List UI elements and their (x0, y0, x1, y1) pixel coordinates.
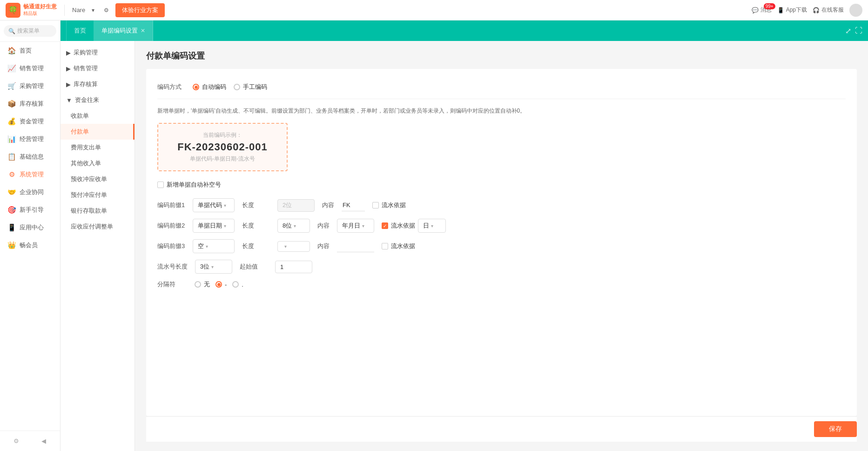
length-3-select[interactable]: ▾ (277, 241, 310, 252)
tab-close-icon[interactable]: ✕ (141, 27, 145, 34)
inner-layout: ▶ 采购管理 ▶ 销售管理 ▶ 库存核算 (61, 41, 868, 451)
separator-dot-label: . (242, 281, 243, 288)
length-2-select[interactable]: 8位 ▾ (277, 219, 310, 233)
top-bar-divider (64, 5, 65, 16)
sub-nav-group-purchase: ▶ 采购管理 (61, 45, 135, 61)
separator-dash-radio[interactable]: - (215, 281, 227, 288)
chevron-down-icon-capital: ▼ (66, 97, 72, 104)
sub-nav-item-prepay-pay[interactable]: 预付冲应付单 (61, 187, 135, 203)
manual-encode-radio[interactable]: 手工编码 (234, 83, 267, 91)
content-3-input[interactable] (337, 240, 374, 252)
prefix-2-arrow: ▾ (224, 223, 226, 229)
system-icon: ⚙ (7, 170, 16, 179)
sidebar-collapse-btn[interactable]: ◀ (31, 435, 57, 447)
sub-nav-item-other-income[interactable]: 其他收入单 (61, 155, 135, 171)
sidebar-nav: 🏠 首页 📈 销售管理 🛒 采购管理 📦 库存核算 💰 资金管理 📊 经 (0, 42, 60, 431)
tab-home[interactable]: 首页 (66, 20, 94, 41)
sub-nav-item-adjustment[interactable]: 应收应付调整单 (61, 219, 135, 235)
enterprise-icon: 🤝 (7, 188, 16, 196)
content-3-label: 内容 (317, 242, 330, 250)
separator-none-radio[interactable]: 无 (195, 280, 210, 289)
sidebar-item-appcenter-label: 应用中心 (20, 223, 44, 232)
content-1-input[interactable] (342, 199, 365, 211)
serial-length-select[interactable]: 3位 ▾ (195, 260, 232, 274)
sidebar-settings-btn[interactable]: ⚙ (4, 435, 29, 447)
sub-nav-purchase-header[interactable]: ▶ 采购管理 (61, 45, 135, 61)
appcenter-icon: 📱 (7, 223, 16, 232)
sub-nav-sales-header[interactable]: ▶ 销售管理 (61, 61, 135, 76)
sidebar-item-sales[interactable]: 📈 销售管理 (0, 60, 60, 77)
sidebar-item-business[interactable]: 📊 经营管理 (0, 130, 60, 148)
phone-icon: 📱 (777, 7, 784, 13)
prefix-3-select[interactable]: 空 ▾ (193, 239, 235, 253)
chevron-right-icon-inventory: ▶ (66, 81, 71, 88)
sidebar-item-member[interactable]: 👑 畅会员 (0, 236, 60, 254)
logo-sub: 精品版 (23, 10, 57, 17)
sidebar-item-system[interactable]: ⚙ 系统管理 (0, 166, 60, 183)
sidebar-item-enterprise[interactable]: 🤝 企业协同 (0, 183, 60, 201)
prefix-2-select[interactable]: 单据日期 ▾ (193, 219, 235, 233)
auto-encode-radio[interactable]: 自动编码 (193, 83, 226, 91)
tab-expand-btn[interactable]: ⤢ (845, 27, 851, 35)
message-btn[interactable]: 💬 消息 99+ (752, 6, 772, 14)
encoding-radio-group: 自动编码 手工编码 (193, 83, 267, 91)
sub-nav-item-bank-deposit[interactable]: 银行存取款单 (61, 203, 135, 219)
main-layout: 🔍 搜索菜单 🏠 首页 📈 销售管理 🛒 采购管理 📦 库存核算 💰 (0, 20, 868, 451)
search-menu-btn[interactable]: 🔍 搜索菜单 (4, 25, 56, 37)
user-avatar[interactable] (849, 4, 862, 17)
prefix-1-value: 单据代码 (198, 201, 222, 209)
watermark-2-checkbox[interactable]: ✓ (382, 222, 388, 229)
auto-fill-checkbox[interactable] (157, 182, 164, 188)
sub-nav-capital-header[interactable]: ▼ 资金往来 (61, 92, 135, 108)
watermark-1-checkbox[interactable] (372, 202, 379, 209)
online-service-btn[interactable]: 🎧 在线客服 (813, 6, 844, 14)
sidebar-item-basic[interactable]: 📋 基础信息 (0, 148, 60, 166)
tab-bar-right: ⤢ ⛶ (845, 27, 862, 35)
sidebar-item-inventory[interactable]: 📦 库存核算 (0, 95, 60, 113)
top-bar: 🍀 畅通道好生意 精品版 Nare ▾ ⚙ 体验行业方案 💬 消息 99+ 📱 … (0, 0, 868, 20)
preview-code: FK-20230602-001 (177, 141, 268, 153)
tab-serial-settings[interactable]: 单据编码设置 ✕ (94, 20, 153, 41)
sidebar-item-finance-label: 资金管理 (20, 117, 44, 126)
start-value-label: 起始值 (240, 263, 268, 271)
sub-nav-group-sales: ▶ 销售管理 (61, 61, 135, 76)
start-value-input[interactable] (275, 261, 312, 273)
manual-encode-radio-circle (234, 84, 240, 90)
finance-icon: 💰 (7, 117, 16, 126)
watermark-1-label: 流水依据 (382, 201, 406, 209)
content-2-select[interactable]: 年月日 ▾ (337, 219, 374, 233)
sidebar-item-newguide[interactable]: 🎯 新手引导 (0, 201, 60, 219)
prefix-row-2: 编码前缀2 单据日期 ▾ 长度 8位 ▾ 内容 年月日 (157, 219, 846, 233)
online-service-label: 在线客服 (821, 6, 844, 14)
watermark-2-group: ✓ 流水依据 日 ▾ (382, 219, 446, 233)
sub-nav-item-receipt[interactable]: 收款单 (61, 108, 135, 124)
tab-fullscreen-btn[interactable]: ⛶ (855, 27, 862, 35)
sidebar-item-home[interactable]: 🏠 首页 (0, 42, 60, 60)
prefix-3-label: 编码前缀3 (157, 242, 185, 250)
watermark-2-unit: 日 (423, 222, 429, 230)
sidebar-item-finance[interactable]: 💰 资金管理 (0, 113, 60, 130)
content-2-value: 年月日 (342, 222, 360, 230)
watermark-2-unit-select[interactable]: 日 ▾ (418, 219, 446, 233)
prefix-3-value: 空 (198, 242, 204, 250)
sidebar-item-appcenter[interactable]: 📱 应用中心 (0, 219, 60, 236)
sub-nav-inventory-header[interactable]: ▶ 库存核算 (61, 76, 135, 92)
logo-icon: 🍀 (6, 3, 20, 18)
sidebar-item-purchase[interactable]: 🛒 采购管理 (0, 77, 60, 95)
content-2-label: 内容 (317, 222, 330, 230)
sub-nav-item-payment[interactable]: 付款单 (61, 124, 135, 140)
industry-btn[interactable]: 体验行业方案 (115, 3, 165, 17)
chevron-right-icon: ▶ (66, 49, 71, 56)
sub-nav-item-expense[interactable]: 费用支出单 (61, 140, 135, 155)
app-download-btn[interactable]: 📱 App下载 (777, 6, 807, 14)
save-button[interactable]: 保存 (814, 421, 857, 437)
length-2-arrow: ▾ (294, 223, 296, 229)
dropdown-btn[interactable]: ▾ (89, 5, 97, 15)
prefix-1-select[interactable]: 单据代码 ▾ (193, 198, 235, 212)
watermark-2-label: 流水依据 (391, 222, 415, 230)
sub-nav-item-prepay-receive[interactable]: 预收冲应收单 (61, 171, 135, 187)
separator-dot-radio[interactable]: . (232, 281, 243, 288)
watermark-3-checkbox[interactable] (382, 243, 388, 249)
settings-icon-btn[interactable]: ⚙ (101, 5, 112, 15)
separator-dash-label: - (225, 281, 227, 288)
